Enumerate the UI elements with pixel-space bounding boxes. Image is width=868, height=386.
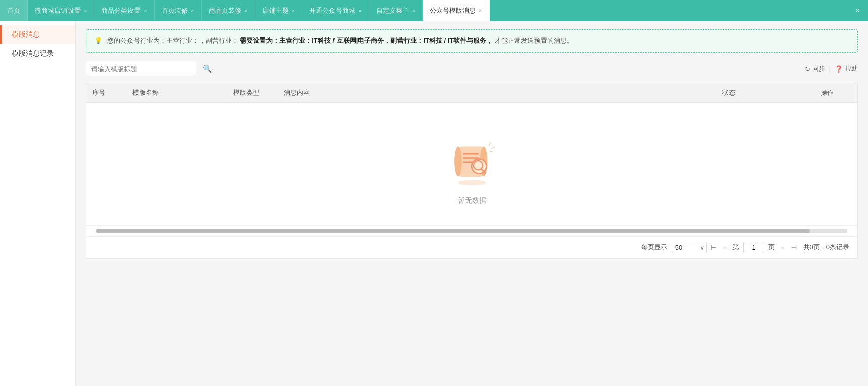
nav-tab-home-decor[interactable]: 首页装修× <box>155 0 202 21</box>
page-total: 共0页，0条记录 <box>803 243 849 252</box>
nav-tab-label: 商品分类设置 <box>101 6 141 15</box>
col-content: 消息内容 <box>278 83 716 102</box>
close-icon[interactable]: × <box>84 8 87 14</box>
divider: | <box>829 65 831 73</box>
nav-tab-label: 微商城店铺设置 <box>35 6 81 15</box>
nav-tab-product-category[interactable]: 商品分类设置× <box>94 0 154 21</box>
notice-icon: 💡 <box>94 37 102 44</box>
main-content: 💡 您的公众号行业为：主营行业：，副营行业： 需要设置为：主营行业：IT科技 /… <box>76 21 868 386</box>
nav-tab-label: 开通公众号商城 <box>309 6 355 15</box>
col-seq: 序号 <box>86 83 126 102</box>
nav-tab-label: 首页装修 <box>162 6 188 15</box>
nav-tab-shop-theme[interactable]: 店铺主题× <box>255 0 302 21</box>
nav-tab-label: 商品页装修 <box>209 6 241 15</box>
help-label: 帮助 <box>845 64 858 73</box>
close-icon[interactable]: × <box>292 8 295 14</box>
nav-tab-custom-menu[interactable]: 自定义菜单× <box>369 0 423 21</box>
first-page-button[interactable]: ⊢ <box>709 243 718 252</box>
table-header: 序号 模版名称 模版类型 消息内容 状态 操作 <box>86 83 857 103</box>
notice-box: 💡 您的公众号行业为：主营行业：，副营行业： 需要设置为：主营行业：IT科技 /… <box>86 29 858 53</box>
main-layout: 模版消息模版消息记录 💡 您的公众号行业为：主营行业：，副营行业： 需要设置为：… <box>0 21 868 386</box>
sync-label: 同步 <box>812 64 825 73</box>
page-label: 第 <box>732 243 739 252</box>
notice-text1: 您的公众号行业为：主营行业：，副营行业： <box>107 37 238 44</box>
per-page-label: 每页显示 <box>641 243 667 252</box>
nav-tab-label: 自定义菜单 <box>376 6 409 15</box>
close-icon[interactable]: × <box>144 8 147 14</box>
nav-tab-home[interactable]: 首页 <box>0 0 28 21</box>
nav-tab-open-mall[interactable]: 开通公众号商城× <box>302 0 369 21</box>
empty-state: 暂无数据 <box>86 103 857 225</box>
toolbar: 🔍 ↻ 同步 | ❓ 帮助 <box>86 62 858 76</box>
search-input[interactable] <box>86 62 196 76</box>
close-icon[interactable]: × <box>191 8 194 14</box>
col-status: 状态 <box>716 83 797 102</box>
sidebar: 模版消息模版消息记录 <box>0 21 76 386</box>
nav-tab-template-msg[interactable]: 公众号模版消息× <box>423 0 489 21</box>
scroll-bar-area <box>86 225 857 236</box>
next-page-button[interactable]: › <box>779 243 785 252</box>
col-name: 模版名称 <box>126 83 227 102</box>
empty-illustration <box>444 133 500 188</box>
fake-scrollbar[interactable] <box>96 229 847 233</box>
page-input[interactable] <box>743 242 764 253</box>
page-label2: 页 <box>768 243 775 252</box>
help-icon: ❓ <box>835 65 843 73</box>
pagination: 每页显示 50 20 100 ∨ ⊢ ‹ 第 页 › ⊣ 共0页，0条记录 <box>86 236 857 258</box>
close-icon[interactable]: × <box>479 8 482 14</box>
svg-point-2 <box>454 146 462 176</box>
svg-point-0 <box>458 180 486 185</box>
notice-text2: 才能正常发送预置的消息。 <box>495 37 573 44</box>
empty-text: 暂无数据 <box>458 196 486 205</box>
toolbar-left: 🔍 <box>86 62 214 76</box>
sidebar-item-template-msg[interactable]: 模版消息 <box>0 25 75 44</box>
per-page-select[interactable]: 50 20 100 <box>672 242 707 253</box>
nav-tab-label: 店铺主题 <box>262 6 289 15</box>
top-nav: 首页微商城店铺设置×商品分类设置×首页装修×商品页装修×店铺主题×开通公众号商城… <box>0 0 868 21</box>
help-button[interactable]: ❓ 帮助 <box>835 64 858 73</box>
sidebar-item-template-msg-log[interactable]: 模版消息记录 <box>0 44 75 63</box>
data-table: 序号 模版名称 模版类型 消息内容 状态 操作 <box>86 83 858 259</box>
close-icon[interactable]: × <box>244 8 247 14</box>
nav-tab-label: 首页 <box>7 6 20 15</box>
svg-line-12 <box>489 151 492 152</box>
prev-page-button[interactable]: ‹ <box>722 243 728 252</box>
sync-icon: ↻ <box>805 65 810 73</box>
nav-tab-wshop-settings[interactable]: 微商城店铺设置× <box>28 0 94 21</box>
fake-scrollbar-thumb <box>96 229 810 233</box>
nav-tab-label: 公众号模版消息 <box>430 6 476 15</box>
notice-highlight: 需要设置为：主营行业：IT科技 / 互联网|电子商务，副营行业：IT科技 / I… <box>240 37 493 44</box>
sync-button[interactable]: ↻ 同步 <box>805 64 825 73</box>
close-icon[interactable]: × <box>412 8 415 14</box>
close-icon[interactable]: × <box>358 8 361 14</box>
svg-line-10 <box>489 143 491 146</box>
col-type: 模版类型 <box>227 83 278 102</box>
col-action: 操作 <box>797 83 857 102</box>
search-button[interactable]: 🔍 <box>201 62 214 75</box>
svg-line-11 <box>491 147 494 148</box>
global-close-button[interactable]: × <box>847 6 868 15</box>
nav-tab-product-decor[interactable]: 商品页装修× <box>202 0 255 21</box>
toolbar-right: ↻ 同步 | ❓ 帮助 <box>805 64 858 73</box>
last-page-button[interactable]: ⊣ <box>789 243 799 252</box>
